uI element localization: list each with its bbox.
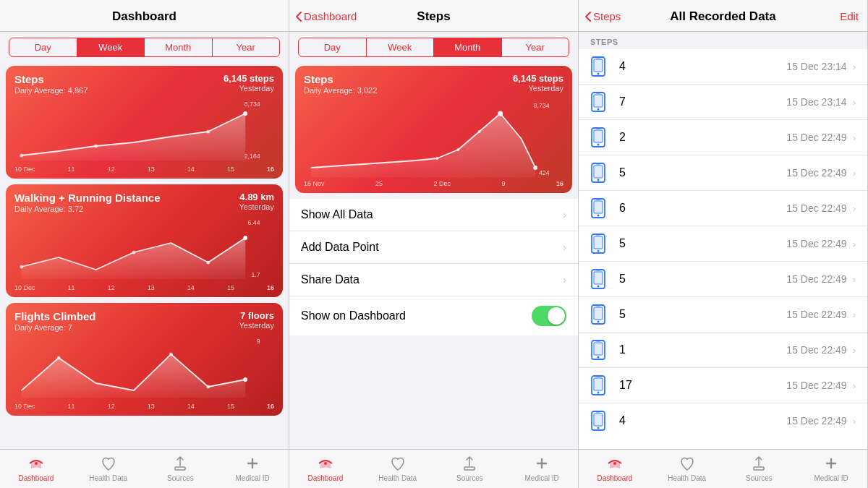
dashboard-icon-p3 bbox=[605, 454, 624, 473]
svg-point-30 bbox=[457, 148, 460, 151]
svg-point-44 bbox=[597, 108, 600, 111]
seg-year-p2[interactable]: Year bbox=[502, 38, 569, 56]
seg-day-p1[interactable]: Day bbox=[9, 38, 77, 56]
steps-when: Yesterday bbox=[224, 84, 274, 93]
data-row[interactable]: 7 15 Dec 23:14 › bbox=[579, 85, 867, 120]
back-to-dashboard[interactable]: Dashboard bbox=[295, 10, 357, 22]
data-row[interactable]: 17 15 Dec 22:49 › bbox=[579, 368, 867, 403]
svg-point-54 bbox=[597, 179, 600, 181]
svg-text:424: 424 bbox=[539, 169, 550, 176]
steps-detail-avg: Daily Average: 3,022 bbox=[304, 86, 377, 95]
data-row[interactable]: 6 15 Dec 22:49 › bbox=[579, 191, 867, 226]
svg-rect-72 bbox=[594, 307, 603, 320]
dashboard-toggle[interactable] bbox=[532, 306, 566, 326]
nav-medical-p1[interactable]: Medical ID bbox=[216, 453, 289, 484]
nav-sources-p2[interactable]: Sources bbox=[434, 453, 506, 484]
walking-when: Yesterday bbox=[239, 202, 274, 211]
data-row[interactable]: 2 15 Dec 22:49 › bbox=[579, 120, 867, 155]
data-row-chevron: › bbox=[853, 345, 856, 356]
share-data-item[interactable]: Share Data › bbox=[289, 264, 578, 296]
data-row[interactable]: 1 15 Dec 22:49 › bbox=[579, 333, 867, 368]
svg-rect-92 bbox=[754, 467, 764, 470]
sources-icon-p1 bbox=[171, 454, 190, 473]
steps-chart: 8,734 2,164 bbox=[14, 99, 274, 164]
steps-title: Steps bbox=[417, 9, 450, 24]
walking-card[interactable]: Walking + Running Distance Daily Average… bbox=[6, 184, 283, 297]
iphone-icon bbox=[590, 163, 610, 183]
data-row-time: 15 Dec 22:49 bbox=[786, 344, 846, 356]
nav-dashboard-p2[interactable]: Dashboard bbox=[289, 453, 362, 484]
data-row[interactable]: 5 15 Dec 22:49 › bbox=[579, 155, 867, 191]
medical-icon-p3 bbox=[822, 454, 841, 473]
steps-value: 6,145 steps bbox=[224, 73, 274, 84]
nav-sources-p1[interactable]: Sources bbox=[145, 453, 217, 484]
steps-detail-card: Steps Daily Average: 3,022 6,145 steps Y… bbox=[295, 66, 572, 193]
svg-point-39 bbox=[597, 73, 600, 75]
data-row[interactable]: 4 15 Dec 22:49 › bbox=[579, 403, 867, 438]
svg-rect-75 bbox=[596, 306, 600, 307]
show-on-dashboard-item[interactable]: Show on Dashboard bbox=[289, 296, 578, 335]
iphone-icon bbox=[590, 411, 610, 431]
seg-day-p2[interactable]: Day bbox=[299, 38, 367, 56]
nav-health-p3[interactable]: Health Data bbox=[651, 453, 723, 484]
dashboard-content: Steps Daily Average: 4,867 6,145 steps Y… bbox=[0, 63, 289, 449]
svg-point-13 bbox=[206, 261, 210, 265]
flights-when: Yesterday bbox=[239, 321, 274, 330]
svg-rect-87 bbox=[594, 414, 603, 426]
iphone-icon bbox=[590, 375, 610, 395]
nav-health-p1[interactable]: Health Data bbox=[72, 453, 145, 484]
steps-label-3: 13 bbox=[148, 166, 155, 173]
data-row[interactable]: 5 15 Dec 22:49 › bbox=[579, 262, 867, 297]
seg-week-p1[interactable]: Week bbox=[77, 38, 145, 56]
steps-detail-when: Yesterday bbox=[513, 84, 563, 93]
nav-dashboard-p3[interactable]: Dashboard bbox=[579, 453, 651, 484]
seg-week-p2[interactable]: Week bbox=[367, 38, 435, 56]
data-row-chevron: › bbox=[853, 380, 856, 391]
iphone-icon bbox=[590, 92, 610, 112]
nav-medical-p3[interactable]: Medical ID bbox=[795, 453, 867, 484]
nav-dashboard-p1[interactable]: Dashboard bbox=[0, 453, 72, 484]
seg-year-p1[interactable]: Year bbox=[213, 38, 280, 56]
dashboard-bottom-nav: Dashboard Health Data Sources bbox=[0, 449, 289, 488]
flights-card[interactable]: Flights Climbed Daily Average: 7 7 floor… bbox=[6, 303, 283, 416]
svg-point-4 bbox=[20, 154, 23, 158]
svg-point-5 bbox=[94, 145, 98, 148]
steps-chart-labels: 10 Dec 11 12 13 14 15 16 bbox=[14, 166, 274, 173]
seg-month-p2[interactable]: Month bbox=[434, 38, 502, 56]
nav-health-label-p3: Health Data bbox=[668, 474, 706, 482]
data-row[interactable]: 4 15 Dec 23:14 › bbox=[579, 49, 867, 85]
svg-rect-57 bbox=[594, 201, 603, 213]
add-data-point-item[interactable]: Add Data Point › bbox=[289, 231, 578, 264]
svg-point-32 bbox=[324, 462, 327, 465]
svg-rect-47 bbox=[594, 130, 603, 142]
svg-point-12 bbox=[132, 251, 136, 254]
data-row-value: 5 bbox=[619, 237, 786, 250]
seg-month-p1[interactable]: Month bbox=[145, 38, 213, 56]
svg-text:1.7: 1.7 bbox=[251, 271, 260, 278]
svg-rect-77 bbox=[594, 343, 603, 355]
data-row[interactable]: 5 15 Dec 22:49 › bbox=[579, 226, 867, 262]
data-row-time: 15 Dec 22:49 bbox=[786, 238, 846, 249]
svg-point-59 bbox=[597, 215, 600, 217]
steps-card[interactable]: Steps Daily Average: 4,867 6,145 steps Y… bbox=[6, 66, 283, 179]
svg-point-17 bbox=[57, 356, 61, 360]
show-all-data-item[interactable]: Show All Data › bbox=[289, 199, 578, 231]
data-row-time: 15 Dec 22:49 bbox=[786, 202, 846, 214]
back-to-steps[interactable]: Steps bbox=[584, 10, 621, 22]
nav-medical-label-p1: Medical ID bbox=[236, 474, 270, 482]
svg-rect-90 bbox=[596, 412, 600, 414]
back-label-p3: Steps bbox=[593, 10, 621, 22]
svg-rect-37 bbox=[594, 59, 603, 72]
nav-dashboard-label-p2: Dashboard bbox=[307, 474, 343, 482]
data-row[interactable]: 5 15 Dec 22:49 › bbox=[579, 297, 867, 333]
walking-chart-labels: 10 Dec 11 12 13 14 15 16 bbox=[14, 284, 274, 291]
edit-button[interactable]: Edit bbox=[840, 10, 859, 22]
iphone-icon bbox=[590, 56, 610, 77]
dashboard-title: Dashboard bbox=[112, 9, 176, 24]
data-row-chevron: › bbox=[853, 309, 856, 320]
data-row-chevron: › bbox=[853, 203, 856, 214]
nav-medical-p2[interactable]: Medical ID bbox=[506, 453, 578, 484]
health-icon-p1 bbox=[99, 454, 118, 473]
nav-sources-p3[interactable]: Sources bbox=[723, 453, 796, 484]
nav-health-p2[interactable]: Health Data bbox=[362, 453, 434, 484]
